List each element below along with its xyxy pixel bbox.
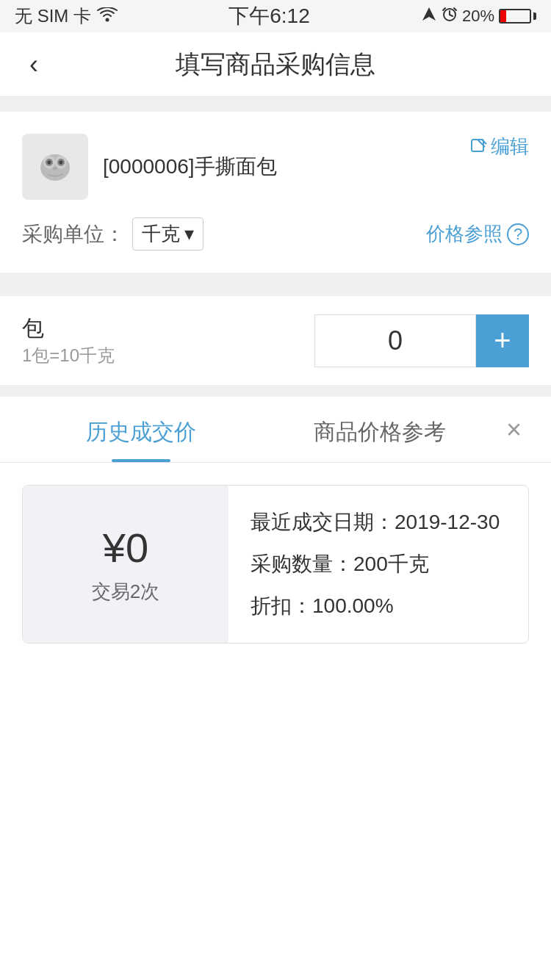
recent-date-row: 最近成交日期：2019-12-30	[251, 508, 506, 536]
svg-line-6	[454, 8, 456, 10]
discount-label: 折扣：	[251, 594, 312, 617]
product-id: [0000006]	[103, 155, 195, 178]
svg-point-12	[48, 160, 51, 164]
tab-reference-label: 商品价格参考	[314, 419, 446, 444]
svg-point-13	[60, 160, 63, 164]
history-price-value: ¥0	[103, 524, 148, 572]
quantity-sub: 1包=10千克	[22, 344, 115, 367]
battery-icon	[499, 9, 536, 24]
history-price-section: ¥0 交易2次	[23, 486, 228, 643]
quantity-input-wrap: 0 +	[314, 314, 529, 367]
svg-point-0	[106, 18, 109, 22]
quantity-unit: 包	[22, 314, 115, 344]
back-button[interactable]: ‹	[22, 42, 46, 87]
unit-section: 采购单位： 千克 ▾	[22, 217, 204, 251]
help-icon: ?	[507, 223, 529, 245]
product-info: [0000006]手撕面包	[22, 134, 277, 200]
carrier-text: 无 SIM 卡	[15, 4, 91, 28]
unit-value: 千克	[142, 221, 180, 247]
divider-2	[0, 385, 551, 397]
tab-history[interactable]: 历史成交价	[22, 397, 260, 462]
alarm-icon	[442, 6, 458, 26]
price-reference-button[interactable]: 价格参照 ?	[426, 221, 529, 247]
purchase-quantity-label: 采购数量：	[251, 552, 353, 575]
price-ref-label: 价格参照	[426, 221, 503, 247]
svg-line-4	[450, 15, 453, 16]
wifi-icon	[97, 6, 118, 26]
tabs-header: 历史成交价 商品价格参考 ×	[0, 397, 551, 463]
status-time: 下午6:12	[228, 2, 310, 30]
dropdown-arrow-icon: ▾	[184, 223, 194, 245]
divider-1	[0, 273, 551, 284]
recent-date-label: 最近成交日期：	[251, 511, 395, 533]
product-name-wrap: [0000006]手撕面包	[103, 153, 277, 181]
status-right: 20%	[421, 6, 536, 26]
tabs-panel: 历史成交价 商品价格参考 × ¥0 交易2次 最近成交日期：2019-12-30…	[0, 397, 551, 980]
plus-icon: +	[494, 324, 511, 357]
quantity-input[interactable]: 0	[314, 314, 476, 367]
tab-history-label: 历史成交价	[86, 419, 196, 444]
battery-percent: 20%	[462, 7, 494, 26]
tabs-close-button[interactable]: ×	[499, 407, 529, 453]
discount-row: 折扣：100.00%	[251, 591, 506, 620]
quantity-value: 0	[388, 325, 403, 356]
quantity-row: 包 1包=10千克 0 +	[0, 296, 551, 385]
unit-label: 采购单位：	[22, 220, 125, 248]
recent-date-value: 2019-12-30	[395, 511, 500, 533]
product-thumbnail	[22, 134, 88, 200]
gps-icon	[421, 6, 437, 26]
page-title: 填写商品采购信息	[176, 48, 375, 82]
svg-point-14	[53, 167, 57, 170]
unit-dropdown[interactable]: 千克 ▾	[132, 217, 204, 251]
product-name: 手撕面包	[195, 155, 277, 178]
status-bar: 无 SIM 卡 下午6:12 20	[0, 0, 551, 32]
svg-marker-1	[422, 7, 436, 21]
quantity-label-wrap: 包 1包=10千克	[22, 314, 115, 367]
purchase-quantity-value: 200千克	[353, 552, 429, 575]
history-details-section: 最近成交日期：2019-12-30 采购数量：200千克 折扣：100.00%	[228, 486, 528, 643]
edit-button[interactable]: 编辑	[470, 134, 529, 159]
svg-rect-15	[472, 140, 483, 151]
product-header: [0000006]手撕面包 编辑	[22, 134, 529, 200]
discount-value: 100.00%	[312, 594, 394, 617]
product-card: [0000006]手撕面包 编辑 采购单位： 千克 ▾ 价格参照 ?	[0, 112, 551, 273]
quantity-plus-button[interactable]: +	[476, 314, 529, 367]
nav-bar: ‹ 填写商品采购信息	[0, 32, 551, 97]
history-card: ¥0 交易2次 最近成交日期：2019-12-30 采购数量：200千克 折扣：…	[22, 485, 529, 644]
product-unit-row: 采购单位： 千克 ▾ 价格参照 ?	[22, 217, 529, 251]
svg-line-5	[443, 8, 445, 10]
history-trade-count: 交易2次	[92, 579, 159, 605]
purchase-quantity-row: 采购数量：200千克	[251, 550, 506, 578]
tab-reference[interactable]: 商品价格参考	[260, 397, 498, 462]
product-logo-icon	[33, 142, 77, 192]
status-left: 无 SIM 卡	[15, 4, 118, 28]
white-area	[0, 666, 551, 980]
